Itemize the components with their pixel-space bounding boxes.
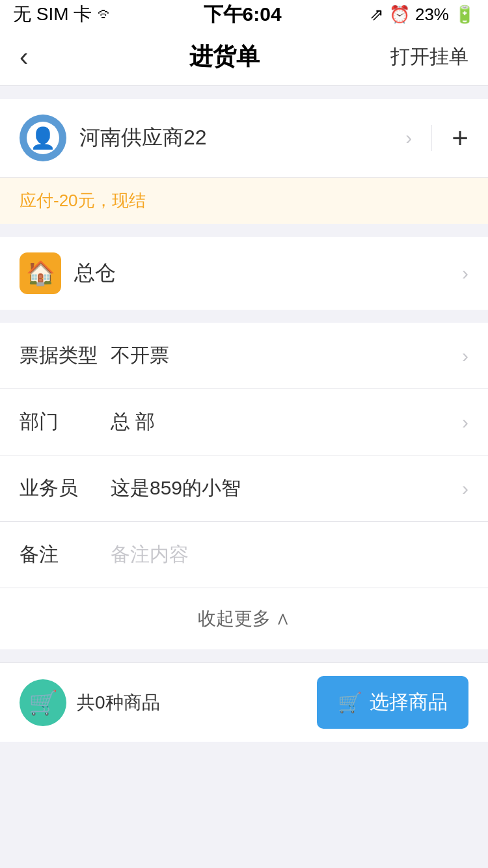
form-row-remark[interactable]: 备注 备注内容 [0, 521, 488, 588]
collapse-label: 收起更多 ∧ [198, 606, 291, 631]
supplier-actions: › + [405, 124, 468, 152]
supplier-name: 河南供应商22 [79, 124, 405, 152]
form-row-salesperson[interactable]: 业务员 这是859的小智 › [0, 455, 488, 521]
section-gap-1 [0, 86, 488, 99]
section-gap-2 [0, 224, 488, 237]
select-product-label: 选择商品 [370, 689, 448, 716]
salesperson-label: 业务员 [20, 475, 111, 502]
chevron-right-icon-invoice: › [462, 345, 468, 367]
section-gap-3 [0, 310, 488, 323]
remark-label: 备注 [20, 541, 111, 568]
form-row-dept[interactable]: 部门 总 部 › [0, 388, 488, 455]
warehouse-name: 总仓 [74, 259, 462, 288]
shopping-cart-icon: 🛒 [29, 689, 58, 716]
product-count-wrap: 🛒 共0种商品 [20, 679, 160, 726]
collapse-button[interactable]: 收起更多 ∧ [0, 588, 488, 649]
form-section: 票据类型 不开票 › 部门 总 部 › 业务员 这是859的小智 › 备注 备注… [0, 323, 488, 649]
invoice-label: 票据类型 [20, 342, 111, 369]
open-pending-button[interactable]: 打开挂单 [390, 44, 468, 70]
cart-icon-wrap: 🛒 [20, 679, 66, 726]
form-row-invoice[interactable]: 票据类型 不开票 › [0, 323, 488, 388]
avatar: 👤 [20, 115, 66, 161]
sim-label: 无 SIM 卡 ᯤ [13, 2, 115, 27]
battery-icon: 🔋 [454, 5, 475, 25]
person-icon: 👤 [30, 126, 56, 150]
vertical-divider [431, 125, 432, 151]
alarm-icon: ⏰ [389, 5, 410, 25]
remark-input[interactable]: 备注内容 [111, 541, 468, 568]
chevron-right-icon-salesperson: › [462, 478, 468, 500]
bottom-bar: 🛒 共0种商品 🛒 选择商品 [0, 662, 488, 742]
supplier-row[interactable]: 👤 河南供应商22 › + [0, 99, 488, 178]
status-bar: 无 SIM 卡 ᯤ 下午6:04 ⇗ ⏰ 23% 🔋 [0, 0, 488, 29]
warehouse-icon: 🏠 [26, 260, 55, 287]
location-icon: ⇗ [370, 5, 384, 25]
add-supplier-button[interactable]: + [452, 124, 468, 152]
product-count-label: 共0种商品 [77, 690, 160, 715]
warehouse-section: 🏠 总仓 › [0, 237, 488, 310]
status-time: 下午6:04 [204, 1, 282, 28]
chevron-right-icon-warehouse: › [462, 262, 468, 284]
dept-value: 总 部 [111, 409, 462, 435]
select-product-button[interactable]: 🛒 选择商品 [317, 676, 468, 729]
nav-bar: ‹ 进货单 打开挂单 [0, 29, 488, 86]
warehouse-icon-wrap: 🏠 [20, 252, 61, 294]
battery-label: 23% [415, 5, 449, 25]
supplier-section: 👤 河南供应商22 › + 应付-20元，现结 [0, 99, 488, 224]
dept-label: 部门 [20, 409, 111, 435]
chevron-right-icon: › [405, 127, 412, 149]
page-title: 进货单 [189, 41, 260, 73]
add-product-icon: 🛒 [338, 691, 362, 714]
invoice-value: 不开票 [111, 342, 462, 369]
warehouse-row[interactable]: 🏠 总仓 › [0, 237, 488, 310]
chevron-right-icon-dept: › [462, 411, 468, 433]
status-right: ⇗ ⏰ 23% 🔋 [370, 5, 475, 25]
supplier-notice: 应付-20元，现结 [0, 178, 488, 224]
salesperson-value: 这是859的小智 [111, 475, 462, 502]
status-left: 无 SIM 卡 ᯤ [13, 2, 115, 27]
back-button[interactable]: ‹ [20, 42, 59, 72]
